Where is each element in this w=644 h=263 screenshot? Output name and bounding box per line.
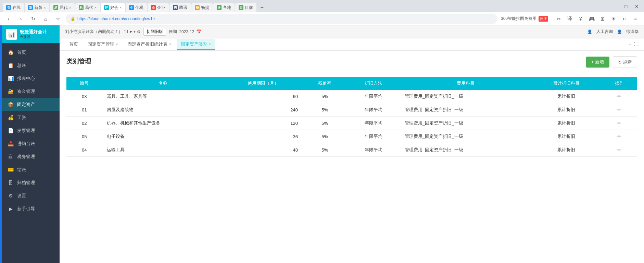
edit-icon[interactable]: ✏: [617, 147, 621, 153]
translate-icon[interactable]: 译: [565, 14, 574, 23]
dropdown-icon[interactable]: ▾: [130, 29, 132, 34]
col-period: 使用期限（月）: [224, 77, 303, 90]
cell-period: 60: [224, 90, 303, 103]
sidebar-item-archive[interactable]: 🗄 归档管理: [2, 176, 60, 189]
col-action: 操作: [602, 77, 637, 90]
browser-tab-xinban[interactable]: 新 新版 ×: [25, 3, 49, 12]
close-icon[interactable]: ×: [116, 42, 118, 46]
sidebar-item-ledger[interactable]: 📋 总账: [2, 59, 60, 72]
report-icon: 📊: [8, 75, 14, 82]
switch-version-button[interactable]: 切到旧版: [143, 28, 166, 36]
home-nav-button[interactable]: ⌂: [41, 14, 50, 23]
forward-button[interactable]: ›: [16, 14, 25, 23]
sidebar-item-settings[interactable]: ⚙ 设置: [2, 189, 60, 202]
sidebar-item-inventory[interactable]: 📥 进销台账: [2, 137, 60, 150]
sidebar-item-fixed-asset[interactable]: 📦 固定资产: [2, 98, 60, 111]
cell-name: 机器、机械和其他生产设备: [102, 117, 224, 130]
cell-action: ✏: [602, 90, 637, 103]
tab-icon-xinban: 新: [28, 5, 33, 10]
maximize-button[interactable]: □: [621, 2, 630, 11]
browser-tab-gedi[interactable]: 各 各地: [213, 3, 235, 12]
header-right: 👤 人工咨询 👤 徐泽华: [587, 29, 639, 35]
table-row: 02 机器、机械和其他生产设备 120 5% 年限平均 管理费用_固定资产折旧_…: [66, 117, 637, 130]
sidebar-item-home[interactable]: 🏠 首页: [2, 46, 60, 59]
cell-expense: 管理费用_固定资产折旧_一级: [400, 103, 531, 117]
url-bar[interactable]: 🔒 https://cloud.chanjet.com/accounting/u…: [66, 14, 497, 24]
sidebar-item-report[interactable]: 📊 报表中心: [2, 72, 60, 85]
browser-tab-label: 腾讯: [179, 5, 187, 11]
minimize-button[interactable]: —: [610, 2, 619, 11]
consultant-icon: 👤: [587, 29, 592, 34]
refresh-button[interactable]: ↻ 刷新: [613, 56, 637, 68]
cell-action: ✏: [602, 143, 637, 157]
browser-tab-yidai1[interactable]: 易 易代 ×: [50, 3, 75, 12]
browser-tab-zaixian[interactable]: 在 在线: [3, 3, 24, 12]
tab-fixed-mgmt[interactable]: 固定资产管理 ×: [84, 39, 122, 50]
edit-icon[interactable]: ✏: [617, 107, 621, 112]
tab-label: 固定资产管理: [88, 41, 114, 47]
bookmark-button[interactable]: ☆: [53, 14, 62, 23]
close-icon[interactable]: ×: [94, 6, 97, 10]
browser-tab-qiye[interactable]: 企 企业: [148, 3, 169, 12]
edit-icon[interactable]: ✏: [617, 134, 621, 139]
menu-button[interactable]: ≡: [631, 14, 640, 23]
browser-tab-yidai2[interactable]: 易 易代 ×: [75, 3, 100, 12]
cell-period: 120: [224, 117, 303, 130]
sidebar-item-fund[interactable]: 🔐 资金管理: [2, 85, 60, 98]
period-label: 账期: [169, 29, 177, 35]
tab-depreciation[interactable]: 固定资产折旧统计表 ×: [123, 39, 175, 50]
add-icon[interactable]: +: [133, 29, 136, 34]
browser-tab-tengxun[interactable]: 腾 腾讯: [169, 3, 191, 12]
cell-residual: 5%: [303, 103, 347, 117]
new-tab-button[interactable]: +: [257, 3, 267, 12]
edit-icon[interactable]: ✏: [617, 120, 621, 126]
browser-tab-label: 个税: [135, 5, 143, 11]
tab-icon-changte: 畅: [195, 5, 200, 10]
browser-tab-muqian[interactable]: 目 目前: [235, 3, 256, 12]
sidebar-item-tax[interactable]: 🏛 税务管理: [2, 150, 60, 163]
sidebar-item-label: 结账: [17, 167, 26, 173]
reload-button[interactable]: ↻: [29, 14, 38, 23]
sun-icon[interactable]: ☀: [609, 14, 618, 23]
tab-icon-yidai2: 易: [79, 5, 84, 10]
browser-tab-label: 易代: [85, 5, 93, 11]
browser-tab-geshui[interactable]: 个 个税: [126, 3, 147, 12]
scissors-icon[interactable]: ✂: [554, 14, 563, 23]
add-button[interactable]: + 新增: [586, 57, 609, 68]
cell-code: 04: [66, 143, 102, 157]
browser-tab-label: 企业: [157, 5, 165, 11]
grid-icon[interactable]: ⊞: [598, 14, 607, 23]
gear-icon[interactable]: ⚙: [137, 29, 141, 34]
expand-panel-icon[interactable]: ⛶: [634, 41, 639, 48]
close-icon[interactable]: ×: [209, 42, 211, 46]
close-icon[interactable]: ×: [120, 6, 122, 10]
col-depreciation: 累计折旧科目: [531, 77, 602, 90]
close-window-button[interactable]: ✕: [632, 2, 641, 11]
close-icon[interactable]: ×: [169, 42, 171, 46]
consultant-label[interactable]: 人工咨询: [596, 29, 613, 35]
close-icon[interactable]: ×: [44, 6, 46, 10]
browser-tab-label: 目前: [245, 5, 253, 11]
browser-tab-changte[interactable]: 畅 畅提: [191, 3, 213, 12]
sidebar-item-guide[interactable]: ▶ 新手引导: [2, 202, 60, 215]
sidebar-item-checkout[interactable]: 💳 结账: [2, 163, 60, 176]
coin-icon[interactable]: ¥: [576, 14, 585, 23]
tab-category[interactable]: 固定资产类别 ×: [177, 39, 215, 50]
tab-label: 固定资产折旧统计表: [127, 41, 167, 47]
sidebar-item-invoice[interactable]: 📄 发票管理: [2, 124, 60, 137]
calendar-icon[interactable]: 📅: [196, 29, 201, 34]
edit-icon[interactable]: ✏: [617, 94, 621, 99]
tab-home[interactable]: 首页: [65, 39, 82, 50]
close-icon[interactable]: ×: [69, 6, 71, 10]
cell-method: 年限平均: [347, 130, 400, 143]
hot-badge: 热搜: [539, 16, 548, 22]
browser-tab-haohui[interactable]: 好 好会 ×: [101, 3, 125, 12]
col-name: 名称: [102, 77, 224, 90]
minimize-panel-icon[interactable]: －: [628, 41, 632, 48]
undo-icon[interactable]: ↩: [620, 14, 629, 23]
guide-icon: ▶: [8, 206, 14, 212]
cell-expense: 管理费用_固定资产折旧_一级: [400, 143, 531, 157]
game-icon[interactable]: 🎮: [587, 14, 596, 23]
sidebar-item-payroll[interactable]: 💰 工资: [2, 111, 60, 124]
back-button[interactable]: ‹: [4, 14, 13, 23]
